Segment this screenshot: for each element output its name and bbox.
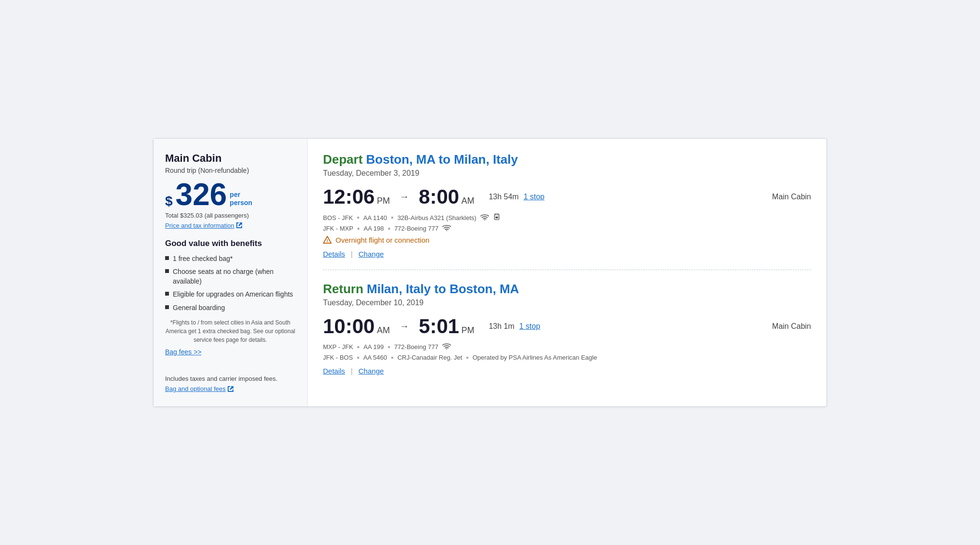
- bullet-icon: [165, 292, 169, 296]
- wifi-icon: [480, 214, 489, 222]
- return-segment1-row: MXP - JFK ▪ AA 199 ▪ 772-Boeing 777: [323, 343, 811, 351]
- taxes-note: Includes taxes and carrier imposed fees.: [165, 375, 296, 382]
- wifi-icon-2: [442, 224, 451, 233]
- action-sep: |: [351, 250, 353, 258]
- benefit-item: 1 free checked bag*: [165, 254, 296, 264]
- depart-route-text: Boston, MA to Milan, Italy: [366, 152, 518, 167]
- dot-sep: ▪: [357, 353, 360, 362]
- return-duration: 13h 1m: [489, 322, 514, 331]
- dot-sep: ▪: [387, 224, 390, 233]
- warning-triangle-icon: !: [323, 236, 332, 244]
- depart-date: Tuesday, December 3, 2019: [323, 169, 811, 178]
- flight-summary-card: Main Cabin Round trip (Non-refundable) $…: [153, 138, 827, 407]
- benefit-item: General boarding: [165, 303, 296, 313]
- seg1-flight: AA 1140: [363, 214, 387, 221]
- price-row: $ 326 perperson: [165, 179, 296, 210]
- depart-stops-link[interactable]: 1 stop: [524, 193, 545, 201]
- return-heading: Return Milan, Italy to Boston, MA: [323, 282, 811, 297]
- return-cabin-label: Main Cabin: [772, 322, 811, 331]
- external-link-icon: [236, 222, 242, 228]
- per-person-label: perperson: [230, 191, 252, 207]
- depart-times-row: 12:06 PM → 8:00 AM 13h 54m 1 stop Main C…: [323, 185, 811, 208]
- depart-direction-word: Depart: [323, 152, 362, 167]
- depart-time: 12:06 PM: [323, 185, 390, 208]
- dot-sep: ▪: [357, 343, 360, 351]
- trip-type-label: Round trip (Non-refundable): [165, 167, 296, 174]
- dot-sep: ▪: [391, 353, 394, 362]
- return-depart-time: 10:00 AM: [323, 315, 390, 338]
- dot-sep: ▪: [357, 224, 360, 233]
- seg2-aircraft: 772-Boeing 777: [394, 225, 438, 232]
- benefit-item: Choose seats at no charge (when availabl…: [165, 267, 296, 286]
- seg1-aircraft: 32B-Airbus A321 (Sharklets): [398, 214, 477, 221]
- cabin-type-label: Main Cabin: [165, 152, 296, 165]
- return-details-link[interactable]: Details: [323, 367, 345, 375]
- seg1-route: BOS - JFK: [323, 214, 353, 221]
- return-segment2-row: JFK - BOS ▪ AA 5460 ▪ CRJ-Canadair Reg. …: [323, 353, 811, 362]
- return-duration-stops: 13h 1m 1 stop: [489, 322, 540, 331]
- depart-cabin-label: Main Cabin: [772, 193, 811, 201]
- depart-action-links: Details | Change: [323, 250, 811, 258]
- ret-seg1-aircraft: 772-Boeing 777: [394, 343, 438, 350]
- return-section: Return Milan, Italy to Boston, MA Tuesda…: [323, 270, 811, 375]
- price-amount: 326: [176, 179, 227, 210]
- overnight-warning: ! Overnight flight or connection: [323, 236, 811, 244]
- dot-sep: ▪: [466, 353, 469, 362]
- external-link-icon-2: [228, 386, 233, 392]
- seg2-flight: AA 198: [364, 225, 384, 232]
- dollar-sign: $: [165, 195, 173, 208]
- price-tax-link[interactable]: Price and tax information: [165, 222, 242, 229]
- bullet-icon: [165, 256, 169, 260]
- return-times-row: 10:00 AM → 5:01 PM 13h 1m 1 stop Main Ca…: [323, 315, 811, 338]
- wifi-icon-ret1: [442, 343, 451, 351]
- return-arrow-icon: →: [400, 321, 409, 332]
- bullet-icon: [165, 305, 169, 309]
- benefit-item: Eligible for upgrades on American flight…: [165, 290, 296, 299]
- depart-change-link[interactable]: Change: [359, 250, 384, 258]
- ret-seg2-route: JFK - BOS: [323, 354, 353, 361]
- depart-section: Depart Boston, MA to Milan, Italy Tuesda…: [323, 152, 811, 258]
- benefits-list: 1 free checked bag* Choose seats at no c…: [165, 254, 296, 313]
- dot-sep: ▪: [357, 213, 360, 222]
- depart-heading: Depart Boston, MA to Milan, Italy: [323, 152, 811, 167]
- depart-segment1-row: BOS - JFK ▪ AA 1140 ▪ 32B-Airbus A321 (S…: [323, 213, 811, 222]
- svg-point-5: [446, 230, 447, 231]
- seg2-route: JFK - MXP: [323, 225, 353, 232]
- bag-fees-link[interactable]: Bag fees >>: [165, 348, 296, 356]
- total-price-label: Total $325.03 (all passengers): [165, 212, 296, 219]
- depart-details-link[interactable]: Details: [323, 250, 345, 258]
- duration-stops: 13h 54m 1 stop: [489, 193, 544, 201]
- dot-sep: ▪: [391, 213, 394, 222]
- return-stops-link[interactable]: 1 stop: [519, 322, 541, 331]
- return-direction-word: Return: [323, 282, 363, 296]
- power-icon: [493, 213, 501, 222]
- return-date: Tuesday, December 10, 2019: [323, 298, 811, 307]
- ret-seg2-aircraft: CRJ-Canadair Reg. Jet: [398, 354, 462, 361]
- ret-seg2-flight: AA 5460: [363, 354, 387, 361]
- benefits-heading: Good value with benefits: [165, 239, 296, 248]
- return-arrive-time: 5:01 PM: [419, 315, 475, 338]
- pricing-panel: Main Cabin Round trip (Non-refundable) $…: [154, 139, 308, 407]
- footnote-text: *Flights to / from select cities in Asia…: [165, 318, 296, 344]
- ret-seg1-flight: AA 199: [363, 343, 384, 350]
- arrow-icon: →: [400, 191, 409, 202]
- action-sep: |: [351, 367, 353, 375]
- svg-text:!: !: [326, 238, 328, 243]
- bag-optional-fees-link[interactable]: Bag and optional fees: [165, 385, 233, 392]
- arrive-time: 8:00 AM: [419, 185, 475, 208]
- dot-sep: ▪: [387, 343, 390, 351]
- depart-duration: 13h 54m: [489, 193, 518, 201]
- svg-rect-4: [495, 216, 498, 218]
- return-action-links: Details | Change: [323, 367, 811, 375]
- svg-point-0: [484, 220, 485, 221]
- return-route-text: Milan, Italy to Boston, MA: [367, 282, 519, 296]
- flights-panel: Depart Boston, MA to Milan, Italy Tuesda…: [308, 139, 826, 407]
- depart-segment2-row: JFK - MXP ▪ AA 198 ▪ 772-Boeing 777: [323, 224, 811, 233]
- svg-point-8: [446, 349, 447, 350]
- return-change-link[interactable]: Change: [359, 367, 384, 375]
- ret-seg1-route: MXP - JFK: [323, 343, 353, 350]
- bullet-icon: [165, 269, 169, 273]
- ret-seg2-operated: Operated by PSA Airlines As American Eag…: [473, 354, 597, 361]
- overnight-warning-text: Overnight flight or connection: [335, 236, 429, 244]
